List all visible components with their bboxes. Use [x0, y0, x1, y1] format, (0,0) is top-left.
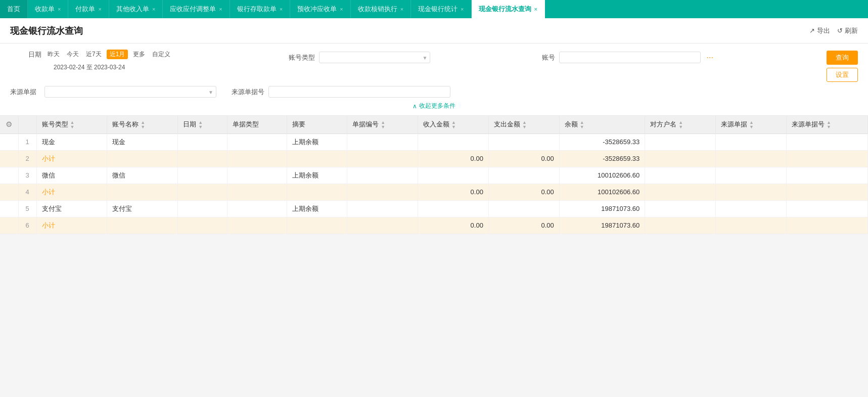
col-source_doc_no[interactable]: 来源单据号▲▼	[786, 116, 867, 134]
close-tab-receipt[interactable]: ×	[58, 6, 61, 12]
row-num-4: 5	[18, 200, 36, 217]
date-option-yesterday[interactable]: 昨天	[45, 50, 62, 59]
col-date[interactable]: 日期▲▼	[178, 116, 227, 134]
row-settings-4[interactable]	[0, 200, 18, 217]
close-tab-cash-bank-stat[interactable]: ×	[461, 6, 464, 12]
cell-account-name-1	[107, 150, 178, 167]
cell-source-doc-3	[716, 184, 787, 200]
close-tab-payment[interactable]: ×	[98, 6, 101, 12]
sort-date[interactable]: ▲▼	[198, 120, 203, 129]
export-button[interactable]: ↗ 导出	[809, 26, 830, 35]
date-option-1month[interactable]: 近1月	[107, 50, 128, 59]
col-settings[interactable]: ⚙	[0, 116, 18, 134]
nav-tab-prepayment[interactable]: 预收冲应收单×	[290, 0, 350, 18]
sort-account_type[interactable]: ▲▼	[70, 120, 75, 129]
close-tab-prepayment[interactable]: ×	[340, 6, 343, 12]
header-actions: ↗ 导出 ↺ 刷新	[809, 26, 858, 35]
query-button[interactable]: 查询	[827, 51, 858, 65]
source-doc-select[interactable]	[44, 86, 216, 98]
row-settings-2[interactable]	[0, 167, 18, 184]
sort-counterpart[interactable]: ▲▼	[678, 120, 683, 129]
date-option-7days[interactable]: 近7天	[84, 50, 104, 59]
source-doc-no-input[interactable]	[268, 86, 450, 98]
refresh-button[interactable]: ↺ 刷新	[837, 26, 858, 35]
row-settings-3[interactable]	[0, 184, 18, 200]
col-source_doc[interactable]: 来源单据▲▼	[716, 116, 787, 134]
account-type-select[interactable]	[319, 52, 430, 63]
cell-source-doc-0	[716, 134, 787, 150]
cell-expense-3: 0.00	[488, 184, 559, 200]
row-settings-0[interactable]	[0, 134, 18, 150]
row-settings-1[interactable]	[0, 150, 18, 167]
sort-source_doc_no[interactable]: ▲▼	[827, 120, 831, 129]
account-label: 账号	[542, 53, 555, 62]
account-type-select-wrap: ▼	[319, 52, 430, 63]
cell-balance-3: 100102606.60	[559, 184, 645, 200]
cell-income-0	[418, 134, 489, 150]
nav-tab-receipt-verify[interactable]: 收款核销执行×	[351, 0, 411, 18]
cell-income-2	[418, 167, 489, 184]
source-doc-label: 来源单据	[10, 87, 40, 97]
cell-doc-no-0	[347, 134, 418, 150]
nav-tab-receipt[interactable]: 收款单×	[28, 0, 68, 18]
cell-date-1	[178, 150, 227, 167]
cell-income-5: 0.00	[418, 217, 489, 234]
sort-balance[interactable]: ▲▼	[580, 120, 584, 129]
col-doc_no[interactable]: 单据编号▲▼	[347, 116, 418, 134]
table-row: 1现金现金上期余额-3528659.33	[0, 134, 868, 150]
top-nav: 首页收款单×付款单×其他收入单×应收应付调整单×银行存取款单×预收冲应收单×收款…	[0, 0, 868, 18]
date-range: 2023-02-24 至 2023-03-24	[54, 64, 125, 71]
source-doc-no-label: 来源单据号	[232, 87, 264, 97]
cell-account-type-2: 微信	[36, 167, 107, 184]
nav-tab-ar-ap-adjust[interactable]: 应收应付调整单×	[163, 0, 230, 18]
sort-doc_no[interactable]: ▲▼	[381, 120, 385, 129]
account-input[interactable]	[559, 52, 701, 63]
cell-date-2	[178, 167, 227, 184]
cell-balance-4: 19871073.60	[559, 200, 645, 217]
sort-income[interactable]: ▲▼	[451, 120, 456, 129]
nav-tab-cash-bank-flow[interactable]: 现金银行流水查询×	[472, 0, 545, 18]
close-tab-bank-deposit[interactable]: ×	[280, 6, 283, 12]
sort-account_name[interactable]: ▲▼	[141, 120, 145, 129]
cell-source-doc-1	[716, 150, 787, 167]
cell-source-doc-no-4	[786, 200, 867, 217]
cell-counterpart-2	[645, 167, 716, 184]
date-label: 日期	[10, 50, 45, 59]
cell-doc-no-4	[347, 200, 418, 217]
nav-tab-cash-bank-stat[interactable]: 现金银行统计×	[411, 0, 471, 18]
close-tab-receipt-verify[interactable]: ×	[400, 6, 403, 12]
col-account_name[interactable]: 账号名称▲▼	[107, 116, 178, 134]
cell-date-5	[178, 217, 227, 234]
date-option-today[interactable]: 今天	[65, 50, 81, 59]
cell-balance-0: -3528659.33	[559, 134, 645, 150]
col-account_type[interactable]: 账号类型▲▼	[36, 116, 107, 134]
cell-expense-1: 0.00	[488, 150, 559, 167]
date-option-more[interactable]: 更多	[131, 50, 147, 59]
nav-tab-home[interactable]: 首页	[0, 0, 28, 18]
nav-tab-bank-deposit[interactable]: 银行存取款单×	[230, 0, 290, 18]
cell-expense-5: 0.00	[488, 217, 559, 234]
close-tab-ar-ap-adjust[interactable]: ×	[219, 6, 222, 12]
cell-source-doc-5	[716, 217, 787, 234]
collapse-bar[interactable]: ∧ 收起更多条件	[10, 100, 858, 111]
row-settings-5[interactable]	[0, 217, 18, 234]
cell-income-1: 0.00	[418, 150, 489, 167]
refresh-icon: ↺	[837, 27, 843, 34]
sort-source_doc[interactable]: ▲▼	[749, 120, 754, 129]
sort-expense[interactable]: ▲▼	[522, 120, 527, 129]
col-balance[interactable]: 余额▲▼	[559, 116, 645, 134]
settings-button[interactable]: 设置	[827, 68, 858, 82]
date-option-custom[interactable]: 自定义	[150, 50, 172, 59]
col-counterpart[interactable]: 对方户名▲▼	[645, 116, 716, 134]
account-ellipsis[interactable]: ···	[705, 53, 715, 62]
col-income[interactable]: 收入金额▲▼	[418, 116, 489, 134]
cell-date-0	[178, 134, 227, 150]
close-tab-other-income[interactable]: ×	[152, 6, 155, 12]
nav-tab-other-income[interactable]: 其他收入单×	[109, 0, 163, 18]
col-expense[interactable]: 支出金额▲▼	[488, 116, 559, 134]
nav-tab-payment[interactable]: 付款单×	[68, 0, 109, 18]
table-row: 4小计0.000.00100102606.60	[0, 184, 868, 200]
cell-date-3	[178, 184, 227, 200]
close-tab-cash-bank-flow[interactable]: ×	[534, 6, 537, 12]
cell-source-doc-no-1	[786, 150, 867, 167]
